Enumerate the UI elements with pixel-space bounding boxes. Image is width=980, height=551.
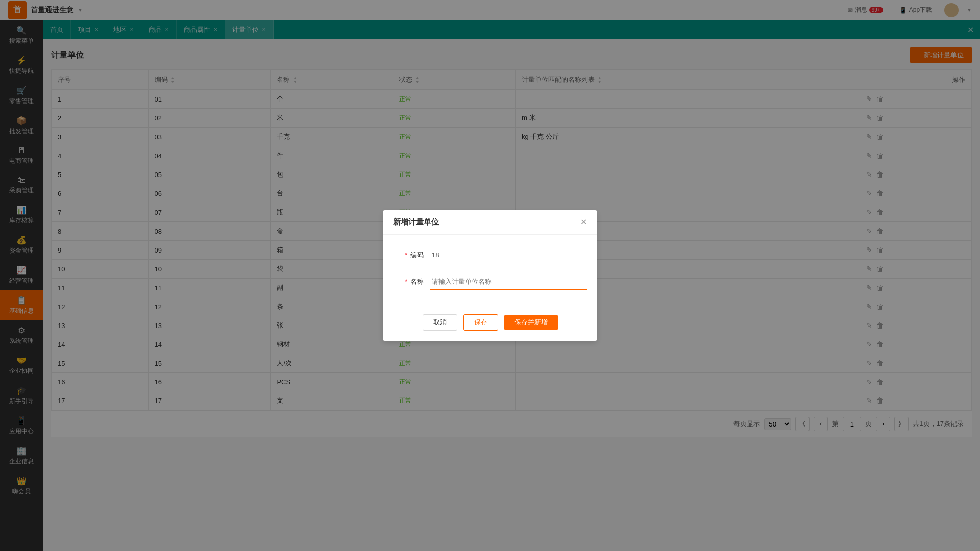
form-item-name: * 名称 xyxy=(393,273,587,290)
form-item-code: * 编码 xyxy=(393,247,587,263)
modal-footer: 取消 保存 保存并新增 xyxy=(383,308,597,341)
modal-close-btn[interactable]: ✕ xyxy=(580,217,587,227)
name-required-mark: * xyxy=(405,278,407,285)
modal-overlay: 新增计量单位 ✕ * 编码 * 名称 取消 保存 保存并新增 xyxy=(0,0,980,551)
code-required-mark: * xyxy=(405,251,407,259)
add-unit-modal: 新增计量单位 ✕ * 编码 * 名称 取消 保存 保存并新增 xyxy=(383,210,597,341)
name-label: * 名称 xyxy=(393,277,424,286)
save-button[interactable]: 保存 xyxy=(463,314,498,331)
cancel-button[interactable]: 取消 xyxy=(423,314,457,331)
code-input[interactable] xyxy=(430,247,587,263)
modal-body: * 编码 * 名称 xyxy=(383,235,597,308)
modal-header: 新增计量单位 ✕ xyxy=(383,210,597,235)
name-input[interactable] xyxy=(430,273,587,290)
modal-title: 新增计量单位 xyxy=(393,217,439,227)
code-label: * 编码 xyxy=(393,251,424,260)
save-and-new-button[interactable]: 保存并新增 xyxy=(504,315,558,330)
